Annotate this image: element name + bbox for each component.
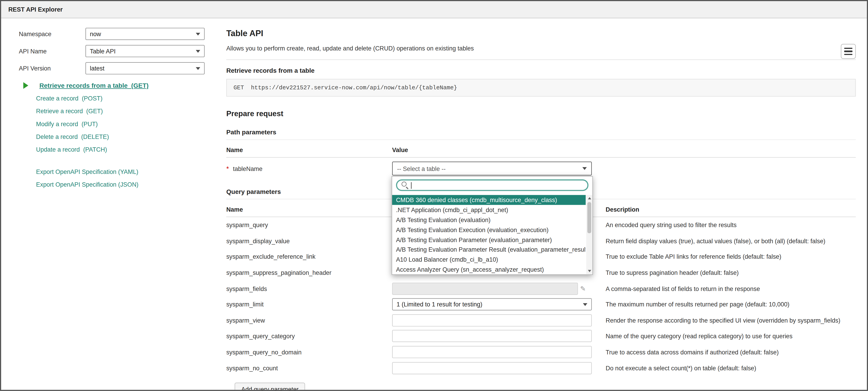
sysparm-query-no-domain-input[interactable] [392,346,592,358]
table-option[interactable]: A10 Load Balancer (cmdb_ci_lb_a10) [392,255,586,264]
param-description: Return field display values (true), actu… [592,238,856,244]
divider [226,59,856,60]
query-param-row-sysparm-limit: sysparm_limit 1 (Limited to 1 result for… [226,297,856,312]
sysparm-no-count-input[interactable] [392,362,592,374]
param-description: A comma-separated list of fields to retu… [592,285,856,292]
table-option[interactable]: Access Analyzer Query (sn_access_analyze… [392,264,586,274]
path-parameters-title: Path parameters [226,129,856,140]
param-name: sysparm_suppress_pagination_header [226,269,392,276]
api-name-select-value: Table API [90,48,116,54]
table-option[interactable]: A/B Testing Evaluation (evaluation) [392,215,586,225]
api-version-label: API Version [19,62,85,75]
active-endpoint-row: Retrieve records from a table (GET) [19,82,218,89]
param-name: sysparm_query_no_domain [226,349,392,355]
query-description-header: Description [592,206,856,213]
path-value-header: Value [392,147,592,153]
param-description: True to access data across domains if au… [592,349,856,355]
sysparm-fields-input [392,283,578,295]
endpoint-title: Retrieve records from a table [226,67,856,74]
param-description: Render the response according to the spe… [592,317,856,324]
sysparm-limit-value: 1 (Limited to 1 result for testing) [397,301,483,308]
table-option-selected[interactable]: CMDB 360 denied classes (cmdb_multisourc… [392,195,586,205]
chevron-down-icon [582,167,587,170]
export-openapi-yaml-link[interactable]: Export OpenAPI Specification (YAML) [36,168,138,175]
sidebar-endpoint-retrieve-records[interactable]: Retrieve records from a table (GET) [39,82,149,89]
dropdown-scrollbar[interactable] [586,195,592,274]
param-name: sysparm_query_category [226,333,392,339]
api-version-select[interactable]: latest [85,62,205,75]
sysparm-query-category-input[interactable] [392,330,592,342]
param-name: sysparm_no_count [226,365,392,371]
table-option[interactable]: A/B Testing Evaluation Parameter Result … [392,245,586,255]
sidebar: Namespace now API Name Table API API Ver… [1,19,218,390]
export-openapi-json-link[interactable]: Export OpenAPI Specification (JSON) [36,181,138,188]
api-version-select-value: latest [90,65,104,72]
param-description: An encoded query string used to filter t… [592,222,856,228]
api-title: Table API [226,28,856,38]
endpoint-nav: Retrieve records from a table (GET) Crea… [19,82,218,189]
chevron-down-icon [583,303,587,306]
sysparm-view-input[interactable] [392,314,592,327]
chevron-down-icon [196,67,200,69]
namespace-label: Namespace [19,28,85,40]
param-description: True to exclude Table API links for refe… [592,253,856,260]
nav-spacer [19,158,218,167]
path-parameters-header: Name Value [226,147,856,158]
sidebar-endpoint-retrieve-record[interactable]: Retrieve a record (GET) [36,108,103,114]
search-icon [402,181,409,189]
param-name: sysparm_display_value [226,238,392,244]
app-frame: REST API Explorer Namespace now API Name… [0,0,868,391]
path-name-header: Name [226,147,392,153]
rest-api-explorer-window: REST API Explorer Namespace now API Name… [0,0,868,391]
table-option[interactable]: .NET Application (cmdb_ci_appl_dot_net) [392,205,586,215]
namespace-select[interactable]: now [85,28,205,40]
api-version-field-row: API Version latest [19,62,218,75]
sidebar-endpoint-create-record[interactable]: Create a record (POST) [36,95,103,102]
table-search-input[interactable] [396,179,589,191]
menu-button[interactable] [841,44,856,59]
query-param-row-sysparm-no-count: sysparm_no_count Do not execute a select… [226,360,856,376]
query-param-row-sysparm-query-category: sysparm_query_category Name of the query… [226,328,856,344]
sysparm-limit-select[interactable]: 1 (Limited to 1 result for testing) [392,298,592,310]
sidebar-endpoint-update-record[interactable]: Update a record (PATCH) [36,146,107,152]
chevron-down-icon [196,32,200,35]
table-option[interactable]: A/B Testing Evaluation Execution (evalua… [392,225,586,235]
api-name-select[interactable]: Table API [85,45,205,57]
sidebar-endpoint-modify-record[interactable]: Modify a record (PUT) [36,120,98,127]
text-cursor [411,182,411,189]
window-titlebar: REST API Explorer [1,1,867,19]
scrollbar-thumb[interactable] [587,202,591,233]
scroll-down-icon[interactable] [586,268,592,274]
api-name-label: API Name [19,45,85,57]
hamburger-icon [844,48,852,55]
scroll-up-icon[interactable] [586,195,592,201]
api-name-field-row: API Name Table API [19,45,218,57]
param-description: The maximum number of results returned p… [592,301,856,308]
query-param-row-sysparm-fields: sysparm_fields ✎ A comma-separated list … [226,281,856,297]
add-query-parameter-button[interactable]: Add query parameter [235,383,305,391]
param-name: sysparm_view [226,317,392,324]
query-param-row-sysparm-query-no-domain: sysparm_query_no_domain True to access d… [226,344,856,360]
param-description: Do not execute a select count(*) on tabl… [592,365,856,371]
chevron-down-icon [196,50,200,53]
param-name: sysparm_query [226,222,392,228]
play-icon[interactable] [23,82,28,89]
param-description: Name of the query category (read replica… [592,333,856,339]
namespace-select-value: now [90,30,101,37]
edit-pencil-icon[interactable]: ✎ [580,285,586,292]
table-name-select[interactable]: -- Select a table -- [392,162,592,175]
window-title: REST API Explorer [8,6,63,13]
param-name: sysparm_fields [226,285,392,292]
path-parameter-row: * tableName -- Select a table -- [226,158,856,179]
query-name-header: Name [226,206,392,213]
param-name: sysparm_exclude_reference_link [226,253,392,260]
api-description: Allows you to perform create, read, upda… [226,45,856,52]
param-description: True to supress pagination header (defau… [592,269,856,276]
param-name: sysparm_limit [226,301,392,308]
query-param-row-sysparm-view: sysparm_view Render the response accordi… [226,312,856,328]
table-option[interactable]: A/B Testing Evaluation Parameter (evalua… [392,234,586,245]
sidebar-endpoint-delete-record[interactable]: Delete a record (DELETE) [36,133,109,140]
request-url: GET https://dev221527.service-now.com/ap… [226,79,856,96]
table-name-select-value: -- Select a table -- [397,165,446,172]
table-dropdown: CMDB 360 denied classes (cmdb_multisourc… [392,176,593,275]
